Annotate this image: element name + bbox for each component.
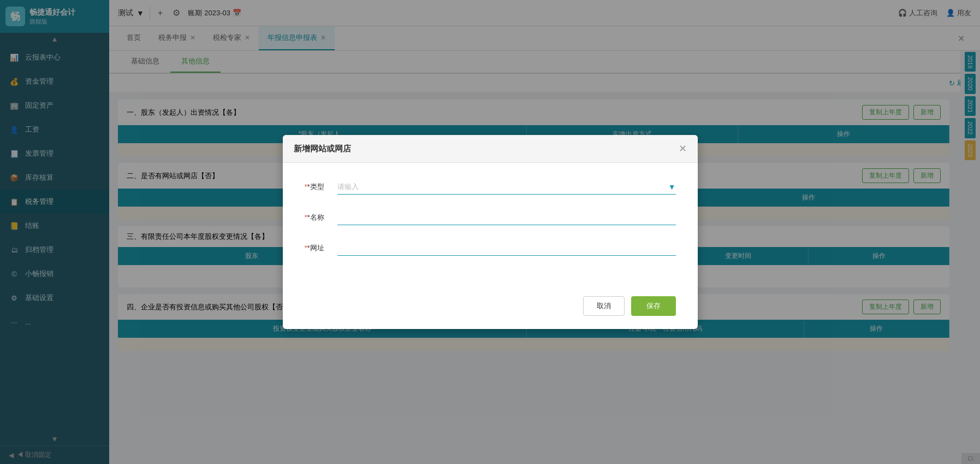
url-input[interactable] xyxy=(337,240,676,256)
add-website-dialog: 新增网站或网店 ✕ **类型 ▼ **名称 xyxy=(283,135,698,329)
name-input-wrapper xyxy=(337,210,676,225)
dialog-body: **类型 ▼ **名称 **网址 xyxy=(283,163,698,287)
type-dropdown-arrow[interactable]: ▼ xyxy=(668,183,676,191)
type-input-wrapper: ▼ xyxy=(337,179,676,195)
dialog-overlay[interactable]: 新增网站或网店 ✕ **类型 ▼ **名称 xyxy=(0,0,980,464)
dialog-footer: 取消 保存 xyxy=(283,287,698,329)
url-label-text: *网址 xyxy=(307,244,324,252)
dialog-header: 新增网站或网店 ✕ xyxy=(283,135,698,163)
type-label-text: *类型 xyxy=(307,183,324,191)
form-row-url: **网址 xyxy=(305,240,676,256)
cancel-button[interactable]: 取消 xyxy=(583,296,625,316)
form-row-type: **类型 ▼ xyxy=(305,179,676,195)
url-input-wrapper xyxy=(337,240,676,256)
dialog-close-button[interactable]: ✕ xyxy=(679,143,687,155)
save-button[interactable]: 保存 xyxy=(631,296,676,316)
url-label: **网址 xyxy=(305,243,337,253)
form-row-name: **名称 xyxy=(305,210,676,225)
type-label: **类型 xyxy=(305,182,337,192)
name-label: **名称 xyxy=(305,213,337,222)
type-input[interactable] xyxy=(337,179,676,195)
dialog-title: 新增网站或网店 xyxy=(294,144,351,154)
name-input[interactable] xyxy=(337,210,676,225)
name-label-text: *名称 xyxy=(307,213,324,221)
